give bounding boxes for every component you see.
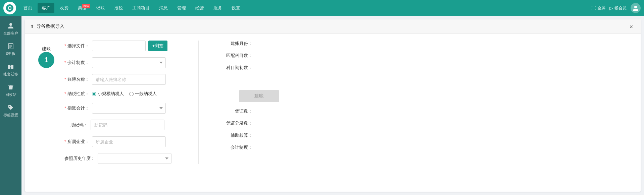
nav-tax[interactable]: 报税 [110,3,127,13]
ledger-name-label: 账簿名称： [64,76,89,82]
trash-icon [7,83,14,91]
report-icon [7,43,14,50]
nav-service[interactable]: 服务 [209,3,226,13]
file-input[interactable] [92,41,146,51]
nav-home[interactable]: 首页 [19,3,36,13]
close-button[interactable]: × [627,23,635,31]
initial-value-label: 科目期初数： [226,65,252,71]
match-subjects-label: 匹配科目数： [226,53,252,59]
auxiliary-row: 辅助核算： [226,132,293,138]
svg-rect-9 [11,65,13,69]
main-content: ⬆ 导爷数据导入 × 建账 1 选择文件 [21,16,644,195]
company-row: 所属企业： [64,136,171,147]
memo-label: 助记码： [64,122,88,128]
right-accounting-system-label: 会计制度： [226,144,252,150]
accounting-system-row: 会计制度： [64,57,171,68]
match-subjects-row: 匹配科目数： [226,53,293,59]
nav-bookkeeping[interactable]: 记账 [92,3,109,13]
ledger-name-row: 账簿名称： [64,74,171,85]
nav-message[interactable]: 消息 [155,3,172,13]
form-columns: 选择文件： +浏览 会计制度： [64,41,627,164]
sidebar-item-all-customers[interactable]: 全部客户 [1,19,20,39]
tax-type-radio-group: 小规模纳税人 一般纳税人 [92,91,157,97]
form-right: 建账月份： 匹配科目数： 科目期初数： 建账 凭证数： [226,41,293,164]
memo-row: 助记码： [64,120,171,130]
nav-manage[interactable]: 管理 [173,3,190,13]
ledger-name-input[interactable] [92,74,166,85]
nav-business[interactable]: 工商项目 [128,3,154,13]
file-label: 选择文件： [64,43,89,49]
svg-point-1 [9,7,11,9]
accountant-select[interactable] [92,103,166,114]
migrate-icon [7,63,14,70]
svg-point-3 [9,23,12,26]
svg-point-2 [634,6,637,8]
sidebar-item-tag-settings[interactable]: 标签设置 [1,101,20,120]
svg-rect-8 [8,65,10,69]
initial-value-row: 科目期初数： [226,65,293,71]
main-panel: ⬆ 导爷数据导入 × 建账 1 选择文件 [25,19,641,192]
nav-invoice[interactable]: 票据 new [74,3,91,13]
company-label: 所属企业： [64,139,89,145]
voucher-count-row: 凭证数： [226,108,293,114]
nav-operation[interactable]: 经营 [191,3,208,13]
month-row: 建账月份： [226,41,293,47]
tag-icon [7,104,14,111]
svg-point-10 [9,106,10,107]
right-accounting-system-row: 会计制度： [226,144,293,150]
auxiliary-label: 辅助核算： [226,132,252,138]
build-button[interactable]: 建账 [239,90,279,102]
tax-type-label: 纳税性质： [64,91,89,97]
step-prefix-label: 建账 [42,46,51,52]
form-left: 选择文件： +浏览 会计制度： [64,41,171,164]
app-logo [3,2,16,14]
sidebar-item-zero-report[interactable]: 0申报 [1,40,20,59]
step-circle: 1 [38,52,54,68]
small-taxpayer-option[interactable]: 小规模纳税人 [92,91,124,97]
voucher-entry-row: 凭证分录数： [226,120,293,126]
memo-input[interactable] [91,120,164,130]
company-input[interactable] [92,136,166,147]
browse-button[interactable]: +浏览 [148,41,168,51]
fullscreen-btn[interactable]: ⛶ 全屏 [591,5,605,11]
voucher-entry-label: 凭证分录数： [226,120,252,126]
month-label: 建账月份： [226,41,252,47]
user-avatar[interactable] [631,3,641,13]
panel-header: ⬆ 导爷数据导入 × [25,19,641,34]
user-icon [7,22,14,29]
import-icon: ⬆ [30,24,34,29]
sidebar-item-migrate[interactable]: 账套迁移 [1,60,20,79]
sidebar: 全部客户 0申报 账套迁移 [0,16,21,195]
form-area: 建账 1 选择文件： +浏览 [25,34,641,171]
invoice-badge: new [82,4,90,8]
form-divider [198,41,199,164]
nav-items: 首页 客户 收费 票据 new 记账 报税 工商项目 消息 管理 经营 服务 设… [19,3,591,13]
accounting-system-label: 会计制度： [64,60,89,66]
step-section: 建账 1 [38,41,54,164]
accounting-system-select[interactable] [92,57,166,68]
layout: 全部客户 0申报 账套迁移 [0,16,644,195]
nav-fee[interactable]: 收费 [56,3,72,13]
history-year-select[interactable] [98,153,171,164]
voucher-count-label: 凭证数： [226,108,252,114]
accountant-label: 指派会计： [64,105,89,111]
tax-type-row: 纳税性质： 小规模纳税人 一般纳税人 [64,91,171,97]
sidebar-item-recycle[interactable]: 回收站 [1,81,20,100]
nav-customer[interactable]: 客户 [38,3,54,13]
top-nav: 首页 客户 收费 票据 new 记账 报税 工商项目 消息 管理 经营 服务 设… [0,0,644,16]
nav-settings[interactable]: 设置 [228,3,244,13]
nav-right: ⛶ 全屏 ▷ 畅会员 [591,3,641,13]
file-row: 选择文件： +浏览 [64,41,171,51]
accountant-row: 指派会计： [64,103,171,114]
history-year-row: 参照历史年度： [64,153,171,164]
vip-btn[interactable]: ▷ 畅会员 [609,5,627,11]
general-taxpayer-option[interactable]: 一般纳税人 [129,91,157,97]
panel-title: ⬆ 导爷数据导入 [30,23,64,29]
history-year-label: 参照历史年度： [64,155,95,161]
